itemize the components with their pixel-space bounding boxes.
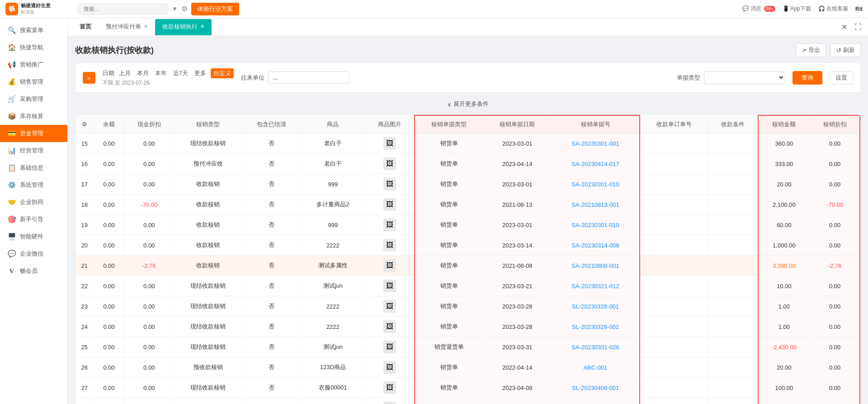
table-row: 24 0.00 0.00 现结收款核销 否 2222 🖼 销货单 2023-03… — [75, 317, 860, 337]
refresh-btn[interactable]: ↺ 刷新 — [830, 43, 861, 57]
td-product-image: 🖼 — [365, 174, 415, 195]
export-btn[interactable]: ↗ 导出 — [796, 43, 826, 57]
tab-prepay-close-icon[interactable]: ✕ — [144, 24, 148, 29]
sidebar-item-basic-info[interactable]: 📋 基础信息 — [0, 159, 67, 176]
date-btn-last-month[interactable]: 上月 — [117, 68, 132, 78]
td-write-off-type: 收款核销 — [174, 195, 242, 215]
date-btn-custom[interactable]: 自定义 — [211, 68, 234, 78]
write-off-no-link[interactable]: SA-20230331-026 — [571, 344, 619, 351]
tab-collection-write-off-close-icon[interactable]: ✕ — [200, 24, 204, 29]
sidebar-item-hardware[interactable]: 🖥️ 智能硬件 — [0, 228, 67, 245]
dropdown-icon[interactable]: ▼ — [172, 5, 178, 12]
td-write-off-amount: 1,000.00 — [758, 235, 810, 256]
write-off-no-link[interactable]: SA-20230301-010 — [571, 222, 619, 228]
expand-more-label: 展开更多条件 — [453, 100, 489, 108]
write-off-no-link[interactable]: ABC-001 — [584, 364, 608, 371]
sidebar-item-purchase[interactable]: 🛒 采购管理 — [0, 90, 67, 108]
tab-close-btn[interactable]: ✕ — [840, 21, 849, 33]
from-company-input[interactable] — [268, 71, 349, 84]
td-product: 衣服00001 — [301, 378, 365, 398]
write-off-no-link[interactable]: SA-20230314-008 — [571, 242, 619, 249]
td-receipt-order-no — [640, 154, 708, 174]
sidebar-item-search[interactable]: 🔍 搜索菜单 — [0, 22, 67, 39]
sidebar-item-sys-admin[interactable]: ⚙️ 系统管理 — [0, 176, 67, 194]
write-off-no-link[interactable]: SA-20210808-001 — [571, 262, 619, 269]
td-product: 老白干 — [301, 154, 365, 174]
write-off-no-link[interactable]: SA-20230321-012 — [571, 283, 619, 290]
message-btn[interactable]: 💬 消息 99+ — [742, 5, 775, 13]
search-input[interactable] — [78, 4, 168, 14]
sidebar: 🔍 搜索菜单 🏠 快捷导航 📢 营销推广 💰 销售管理 🛒 采购管理 📦 库存核… — [0, 18, 68, 404]
tabs-bar: 首页 预付冲应付单 ✕ 收款核销执行 ✕ ✕ ⛶ — [68, 18, 868, 36]
td-write-off-discount: 0.00 — [810, 296, 860, 317]
refresh-label: 刷新 — [843, 46, 855, 54]
write-off-no-link[interactable]: SA-20230414-017 — [571, 161, 619, 167]
td-write-off-discount: 0.00 — [810, 398, 860, 404]
td-row-num: 26 — [75, 357, 94, 378]
td-write-off-voucher-type: 销货单 — [415, 296, 483, 317]
expand-icon: » — [87, 74, 91, 81]
table-row: 26 0.00 0.00 预收款核销 否 123D商品 🖼 销货单 2022-0… — [75, 357, 860, 378]
td-write-off-no: ABC-001 — [552, 357, 640, 378]
td-write-off-date: 2023-04-08 — [483, 378, 552, 398]
tab-prepay[interactable]: 预付冲应付单 ✕ — [99, 19, 155, 35]
setting-btn[interactable]: 设置 — [830, 71, 853, 85]
td-write-off-date: 2023-03-31 — [483, 337, 552, 357]
sidebar-item-guide[interactable]: 🎯 新手引导 — [0, 211, 67, 228]
sidebar-label-sys-admin: 系统管理 — [20, 181, 43, 189]
th-balance: 余额 — [94, 115, 124, 133]
th-write-off-no: 核销单据号 — [552, 115, 640, 133]
td-write-off-no: SA-20230321-012 — [552, 276, 640, 296]
td-write-off-amount: 1.00 — [758, 296, 810, 317]
write-off-no-link[interactable]: SL-20230328-002 — [572, 323, 619, 330]
td-balance: 0.00 — [94, 357, 124, 378]
online-service-btn[interactable]: 🎧 在线客服 — [818, 5, 848, 13]
tab-expand-btn[interactable]: ⛶ — [853, 21, 863, 33]
app-download-btn[interactable]: 📱 App下载 — [783, 5, 811, 13]
td-receipt-order-no — [640, 398, 708, 404]
query-btn[interactable]: 查询 — [793, 71, 822, 85]
expand-more-btn[interactable]: ∨ 展开更多条件 — [443, 98, 492, 110]
sidebar-label-inventory: 库存核算 — [20, 112, 43, 120]
sidebar-item-sales[interactable]: 💰 销售管理 — [0, 73, 67, 90]
td-cash-discount: 0.00 — [124, 296, 174, 317]
sidebar-item-operations[interactable]: 📊 经营管理 — [0, 142, 67, 159]
write-off-no-link[interactable]: SA-20230301-010 — [571, 181, 619, 188]
tab-collection-write-off[interactable]: 收款核销执行 ✕ — [155, 19, 212, 35]
purchase-icon: 🛒 — [7, 95, 16, 103]
write-off-no-link[interactable]: SA-20210813-001 — [571, 201, 619, 208]
table-settings-col[interactable]: ⚙ — [75, 115, 94, 133]
sidebar-item-wechat[interactable]: 💬 企业微信 — [0, 245, 67, 262]
td-product-image: 🖼 — [365, 276, 415, 296]
tab-home[interactable]: 首页 — [72, 19, 99, 35]
solution-btn[interactable]: 体验行业方案 — [191, 3, 239, 15]
filter-expand-btn[interactable]: » — [83, 72, 95, 84]
sidebar-item-marketing[interactable]: 📢 营销推广 — [0, 56, 67, 73]
td-write-off-type: 现结收款核销 — [174, 398, 242, 404]
sidebar-item-member[interactable]: V 畅会员 — [0, 262, 67, 280]
td-receipt-order-no — [640, 215, 708, 235]
gear-icon[interactable]: ⚙ — [181, 5, 188, 13]
td-write-off-type: 现结收款核销 — [174, 337, 242, 357]
filter-date-section: 日期 上月 本月 本年 近7天 更多 自定义 不限 至 2023-07-26 — [103, 68, 234, 87]
sidebar-item-enterprise[interactable]: 🤝 企业协同 — [0, 194, 67, 211]
sidebar-item-inventory[interactable]: 📦 库存核算 — [0, 108, 67, 125]
voucher-type-select[interactable] — [704, 71, 785, 84]
sidebar-item-quick-nav[interactable]: 🏠 快捷导航 — [0, 39, 67, 56]
date-btn-7days[interactable]: 近7天 — [171, 68, 190, 78]
table-row: 22 0.00 0.00 现结收款核销 否 测试jun 🖼 销货单 2023-0… — [75, 276, 860, 296]
td-receipt-order-no — [640, 276, 708, 296]
write-off-no-link[interactable]: SL-20230328-001 — [572, 303, 619, 310]
td-product-image: 🖼 — [365, 133, 415, 154]
td-include-settled: 否 — [242, 317, 301, 337]
date-btn-this-year[interactable]: 本年 — [153, 68, 169, 78]
refresh-icon: ↺ — [836, 47, 841, 54]
write-off-no-link[interactable]: SL-20230408-001 — [572, 385, 619, 391]
date-btn-more[interactable]: 更多 — [193, 68, 208, 78]
table-row: 27 0.00 0.00 现结收款核销 否 衣服00001 🖼 销货单 2023… — [75, 378, 860, 398]
write-off-no-link[interactable]: SA-20230301-001 — [571, 140, 619, 147]
user-btn[interactable]: Rit — [855, 6, 863, 12]
date-btn-this-month[interactable]: 本月 — [135, 68, 151, 78]
td-write-off-discount: -2.76 — [810, 256, 860, 276]
sidebar-item-finance[interactable]: 💳 资金管理 — [0, 125, 67, 142]
